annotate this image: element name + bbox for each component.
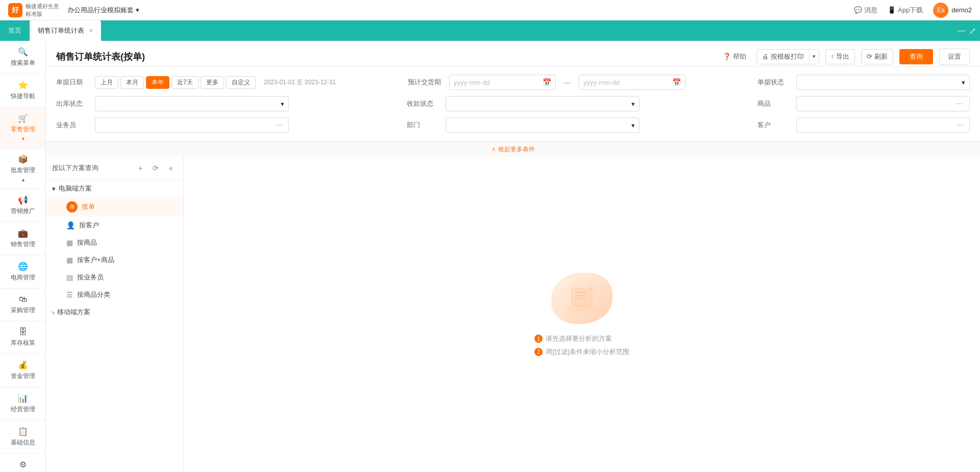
mobile-group-header[interactable]: › 移动端方案 — [46, 303, 183, 321]
date-range-text: 2023-01-01 至 2023-12-31 — [264, 78, 336, 87]
sidebar-item-quicknav[interactable]: ⭐ 快捷导航 — [0, 74, 45, 107]
payment-status-chevron: ▾ — [631, 100, 635, 108]
scheme-by-order[interactable]: 单 按单 — [46, 197, 183, 217]
retail-arrow-icon: ▾ — [22, 136, 24, 141]
status-select[interactable]: ▾ — [796, 75, 970, 90]
date-btn-thisyear[interactable]: 本年 — [146, 76, 169, 89]
sidebar-item-finance[interactable]: 💰 资金管理 — [0, 354, 45, 387]
department-select[interactable]: ▾ — [446, 117, 640, 133]
download-icon: 📱 — [888, 6, 896, 14]
message-action[interactable]: 💬 消息 — [854, 6, 877, 15]
query-button[interactable]: 查询 — [899, 49, 933, 64]
status-select-chevron: ▾ — [962, 79, 965, 86]
user-area[interactable]: Ea demo2 — [933, 3, 972, 18]
page-title: 销售订单统计表(按单) — [56, 51, 145, 63]
product-select[interactable]: ··· — [796, 96, 970, 111]
collapse-bar[interactable]: ∧ 收起更多条件 — [46, 141, 980, 157]
add-scheme-button[interactable]: + — [134, 162, 146, 174]
calendar-start-icon[interactable]: 📅 — [543, 78, 551, 86]
print-dropdown-button[interactable]: ▾ — [809, 51, 819, 62]
delivery-date-start-input[interactable]: 📅 — [449, 75, 556, 90]
help-button[interactable]: ❓ 帮助 — [719, 50, 750, 63]
purchase-icon: 🛍 — [19, 295, 27, 304]
customer-scheme-icon: 👤 — [66, 221, 75, 229]
marketing-icon: 📢 — [18, 195, 28, 205]
top-bar-left: 好 畅捷通好生意 标准版 办公用品行业模拟账套 ▾ — [8, 3, 143, 17]
scheme-by-customer[interactable]: 👤 按客户 — [46, 217, 183, 234]
date-btn-7days[interactable]: 近7天 — [172, 76, 199, 89]
app-download-action[interactable]: 📱 App下载 — [888, 6, 923, 15]
export-button[interactable]: ↑ 导出 — [825, 49, 855, 64]
search-icon: 🔍 — [18, 47, 28, 57]
system-icon: ⚙ — [19, 460, 27, 469]
page-header: 销售订单统计表(按单) ❓ 帮助 🖨 按模板打印 ▾ ↑ 导出 — [46, 41, 980, 66]
finance-icon: 💰 — [18, 360, 28, 370]
customer-select[interactable]: ··· — [796, 117, 970, 133]
delivery-date-end-input[interactable]: 📅 — [579, 75, 685, 90]
sidebar-item-system[interactable]: ⚙ 系统管理 — [0, 454, 45, 472]
refresh-scheme-button[interactable]: ⟳ — [150, 162, 162, 174]
sidebar: 🔍 搜索菜单 ⭐ 快捷导航 🛒 零售管理 ▾ 📦 批发管理 ▴ 📢 营销推广 💼… — [0, 41, 46, 472]
app-selector[interactable]: 办公用品行业模拟账套 ▾ — [63, 4, 143, 17]
help-icon: ❓ — [723, 53, 731, 60]
delivery-status-select[interactable]: ▾ — [95, 96, 289, 111]
product-ellipsis-button[interactable]: ··· — [954, 99, 965, 108]
payment-status-label: 收款状态 — [407, 99, 437, 108]
by-order-icon: 单 — [66, 201, 78, 213]
wholesale-icon: 📦 — [18, 154, 28, 164]
calendar-end-icon[interactable]: 📅 — [672, 78, 681, 86]
collapse-panel-button[interactable]: « — [165, 162, 177, 174]
scheme-by-category[interactable]: ☰ 按商品分类 — [46, 286, 183, 303]
sidebar-item-ecommerce[interactable]: 🌐 电商管理 — [0, 255, 45, 289]
tab-home[interactable]: 首页 — [0, 20, 30, 41]
scheme-by-salesperson[interactable]: ▤ 按业务员 — [46, 269, 183, 286]
username: demo2 — [951, 6, 972, 14]
delivery-status-chevron: ▾ — [281, 100, 284, 108]
customer-ellipsis-button[interactable]: ··· — [954, 121, 965, 130]
sidebar-item-inventory[interactable]: 🗄 库存核算 — [0, 321, 45, 354]
settings-button[interactable]: 设置 — [939, 49, 970, 65]
empty-tip-1: 1 请先选择要分析的方案 — [534, 334, 629, 343]
date-btn-lastmonth[interactable]: 上月 — [95, 76, 118, 89]
product-label: 商品 — [757, 99, 788, 108]
date-btn-custom[interactable]: 自定义 — [226, 76, 256, 89]
date-btn-thismonth[interactable]: 本月 — [120, 76, 144, 89]
logo-area: 好 畅捷通好生意 标准版 — [8, 3, 59, 17]
pc-group-header[interactable]: ▾ 电脑端方案 — [46, 180, 183, 197]
filter-row-3: 业务员 ··· 部门 ▾ 客户 ··· — [56, 117, 970, 133]
sidebar-item-basic[interactable]: 📋 基础信息 — [0, 420, 45, 454]
scheme-by-product[interactable]: ▦ 按商品 — [46, 234, 183, 251]
empty-tip-2: 2 用[过滤]条件来缩小分析范围 — [534, 347, 629, 357]
window-maximize-button[interactable]: ⤢ — [969, 26, 976, 36]
inventory-icon: 🗄 — [19, 327, 27, 337]
payment-status-select[interactable]: ▾ — [446, 96, 640, 111]
salesperson-select[interactable]: ··· — [95, 117, 289, 133]
sidebar-item-wholesale[interactable]: 📦 批发管理 ▴ — [0, 148, 45, 189]
sales-icon: 💼 — [18, 228, 28, 238]
refresh-button[interactable]: ⟳ 刷新 — [861, 49, 893, 64]
date-filter: 上月 本月 本年 近7天 更多 自定义 — [95, 76, 256, 89]
tab-close-button[interactable]: × — [89, 27, 93, 34]
empty-svg: ? — [561, 280, 602, 316]
sidebar-item-search[interactable]: 🔍 搜索菜单 — [0, 41, 45, 74]
salesperson-ellipsis-button[interactable]: ··· — [274, 121, 284, 130]
sidebar-item-operations[interactable]: 📊 经营管理 — [0, 387, 45, 420]
scheme-by-customer-product[interactable]: ▦ 按客户+商品 — [46, 251, 183, 269]
left-panel-toolbar: 按以下方案查询 + ⟳ « — [46, 157, 183, 180]
sidebar-item-purchase[interactable]: 🛍 采购管理 — [0, 289, 45, 321]
delivery-status-label: 出库状态 — [56, 99, 87, 108]
window-minimize-button[interactable]: — — [957, 26, 965, 35]
customer-product-scheme-icon: ▦ — [66, 256, 73, 264]
print-button-wrap: 🖨 按模板打印 ▾ — [756, 49, 819, 64]
tip-num-2: 2 — [534, 348, 543, 356]
svg-rect-3 — [575, 295, 585, 296]
sidebar-item-retail[interactable]: 🛒 零售管理 ▾ — [0, 107, 45, 148]
salesperson-label: 业务员 — [56, 121, 87, 130]
tab-sales-order[interactable]: 销售订单统计表 × — [30, 20, 101, 41]
sidebar-item-sales[interactable]: 💼 销售管理 — [0, 222, 45, 255]
date-btn-more[interactable]: 更多 — [201, 76, 224, 89]
print-button[interactable]: 🖨 按模板打印 — [757, 50, 809, 64]
logo-text: 畅捷通好生意 标准版 — [26, 3, 59, 17]
filter-row-1: 单据日期 上月 本月 本年 近7天 更多 自定义 2023-01-01 至 20… — [56, 75, 970, 90]
sidebar-item-marketing[interactable]: 📢 营销推广 — [0, 189, 45, 222]
